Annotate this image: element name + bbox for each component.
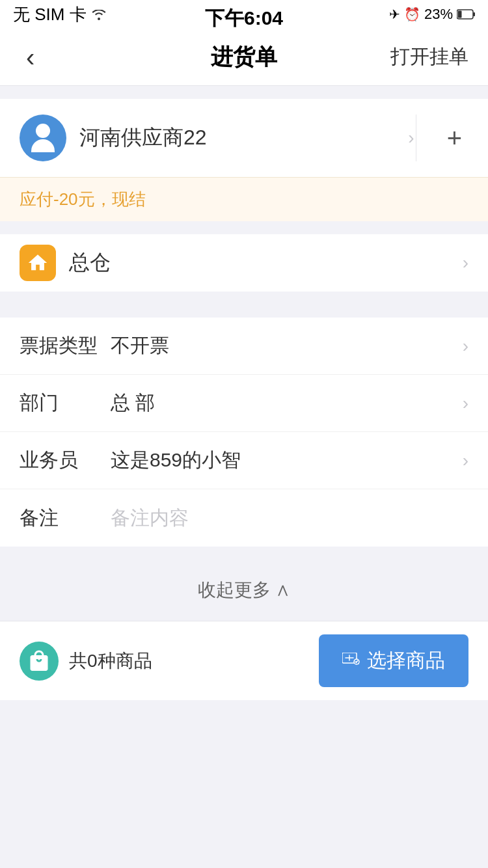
collapse-button[interactable]: 收起更多 ∧ — [198, 580, 291, 600]
carrier-text: 无 SIM 卡 — [13, 3, 87, 26]
warehouse-icon — [20, 245, 56, 281]
supplier-name: 河南供应商22 — [79, 124, 408, 152]
product-icon — [20, 642, 59, 681]
bottom-bar: 共0种商品 选择商品 — [0, 621, 488, 700]
svg-rect-2 — [458, 11, 462, 18]
status-time: 下午6:04 — [205, 5, 283, 32]
select-product-label: 选择商品 — [367, 647, 445, 674]
avatar-body — [31, 139, 55, 152]
supplier-section: 河南供应商22 › + 应付-20元，现结 — [0, 99, 488, 221]
warehouse-chevron-icon: › — [463, 252, 468, 273]
department-row[interactable]: 部门 总 部 › — [0, 375, 488, 432]
status-indicators: ✈ ⏰ 23% — [389, 5, 475, 23]
department-label: 部门 — [20, 390, 111, 416]
warehouse-section: 总仓 › — [0, 234, 488, 292]
section-divider-1 — [0, 86, 488, 99]
remark-row[interactable]: 备注 备注内容 — [0, 489, 488, 547]
battery-text: 23% — [424, 6, 453, 23]
page-title: 进货单 — [211, 42, 277, 72]
remark-label: 备注 — [20, 505, 111, 532]
department-chevron-icon: › — [463, 393, 468, 414]
section-divider-3 — [0, 292, 488, 305]
invoice-type-label: 票据类型 — [20, 332, 111, 359]
alarm-icon: ⏰ — [404, 7, 420, 22]
warehouse-row[interactable]: 总仓 › — [0, 234, 488, 292]
invoice-chevron-icon: › — [463, 336, 468, 357]
notice-text: 应付-20元，现结 — [20, 189, 146, 209]
form-section: 票据类型 不开票 › 部门 总 部 › 业务员 这是859的小智 › 备注 备注… — [0, 318, 488, 547]
salesperson-label: 业务员 — [20, 447, 111, 474]
warehouse-name: 总仓 — [69, 249, 463, 277]
supplier-divider — [416, 115, 416, 161]
select-product-button[interactable]: 选择商品 — [319, 634, 468, 687]
nav-bar: ‹ 进货单 打开挂单 — [0, 29, 488, 86]
section-divider-2 — [0, 221, 488, 234]
supplier-row[interactable]: 河南供应商22 › + — [0, 99, 488, 177]
back-button[interactable]: ‹ — [20, 38, 41, 77]
notice-bar: 应付-20元，现结 — [0, 177, 488, 221]
invoice-type-value: 不开票 — [111, 332, 463, 359]
salesperson-row[interactable]: 业务员 这是859的小智 › — [0, 432, 488, 489]
supplier-avatar — [20, 115, 66, 161]
battery-icon — [457, 5, 475, 23]
collapse-section: 收起更多 ∧ — [0, 560, 488, 621]
gray-area — [0, 700, 488, 868]
avatar-head — [36, 124, 50, 138]
open-pending-button[interactable]: 打开挂单 — [390, 44, 468, 70]
svg-rect-1 — [473, 12, 475, 16]
location-icon: ✈ — [389, 7, 400, 22]
status-carrier: 无 SIM 卡 — [13, 3, 106, 26]
product-count-text: 共0种商品 — [69, 649, 152, 673]
salesperson-chevron-icon: › — [463, 450, 468, 471]
invoice-type-row[interactable]: 票据类型 不开票 › — [0, 318, 488, 375]
supplier-chevron-icon: › — [408, 128, 414, 148]
product-count-area: 共0种商品 — [20, 642, 152, 681]
remark-placeholder: 备注内容 — [111, 505, 468, 532]
status-bar: 无 SIM 卡 下午6:04 ✈ ⏰ 23% — [0, 0, 488, 29]
department-value: 总 部 — [111, 390, 463, 416]
salesperson-value: 这是859的小智 — [111, 447, 463, 474]
add-supplier-button[interactable]: + — [441, 124, 468, 153]
wifi-icon — [92, 5, 106, 25]
select-product-icon — [342, 651, 360, 671]
